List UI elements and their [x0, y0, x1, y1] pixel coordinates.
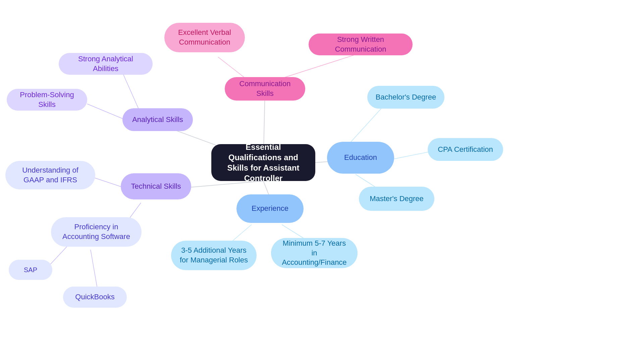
communication-skills-node: Communication Skills: [225, 77, 305, 101]
sap-node: SAP: [9, 260, 52, 280]
cpa-certification-node: CPA Certification: [428, 138, 503, 161]
education-node: Education: [327, 142, 394, 174]
experience-node: Experience: [236, 194, 304, 223]
bachelors-degree-node: Bachelor's Degree: [367, 86, 444, 109]
problem-solving-node: Problem-Solving Skills: [7, 89, 87, 111]
quickbooks-node: QuickBooks: [63, 287, 127, 308]
excellent-verbal-node: Excellent Verbal Communication: [164, 23, 245, 52]
svg-line-4: [121, 69, 141, 114]
strong-analytical-node: Strong Analytical Abilities: [59, 53, 153, 75]
svg-line-5: [87, 104, 127, 121]
masters-degree-node: Master's Degree: [359, 187, 434, 211]
understanding-gaap-node: Understanding of GAAP and IFRS: [5, 161, 95, 189]
additional-years-node: 3-5 Additional Years for Managerial Role…: [171, 241, 257, 270]
proficiency-software-node: Proficiency in Accounting Software: [51, 217, 142, 247]
minimum-years-node: Minimum 5-7 Years in Accounting/Finance: [271, 238, 358, 268]
technical-skills-node: Technical Skills: [121, 173, 191, 199]
strong-written-node: Strong Written Communication: [309, 34, 413, 55]
analytical-skills-node: Analytical Skills: [122, 108, 193, 131]
svg-line-10: [91, 250, 97, 288]
svg-line-7: [94, 178, 124, 188]
center-node: Essential Qualifications and Skills for …: [211, 144, 315, 181]
svg-line-13: [392, 152, 429, 159]
